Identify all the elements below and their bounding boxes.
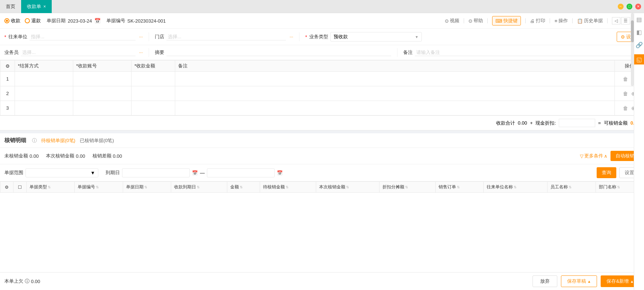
partner-input[interactable]	[30, 33, 136, 40]
notes-input[interactable]	[415, 49, 640, 56]
number-value: SK-20230324-001	[127, 18, 166, 24]
tab-close-icon[interactable]: ×	[43, 4, 46, 9]
calendar-from-icon[interactable]: 📅	[192, 170, 198, 176]
verify-table: ⚙ ☐ 单据类型⇅ 单据编号⇅ 单据日期⇅ 收款到期日⇅ 金额⇅ 待核销金额⇅ …	[0, 181, 644, 193]
divider-2	[487, 18, 488, 23]
range-field: 单据范围 ▼	[4, 168, 98, 177]
verify-section: 核销明细 ⓘ 待核销单据(0笔) 已核销单据(0笔) 未核销金额 0.00 本次…	[0, 133, 644, 272]
verify-header: 核销明细 ⓘ 待核销单据(0笔) 已核销单据(0笔)	[0, 133, 644, 148]
cell-amount-3[interactable]	[131, 101, 175, 115]
discount-input[interactable]	[559, 119, 595, 127]
cell-payment-2[interactable]	[15, 86, 73, 101]
save-new-dropdown-icon[interactable]: ▲	[630, 279, 634, 283]
scrollbar-thumb[interactable]	[631, 20, 634, 42]
cell-payment-1[interactable]	[15, 72, 73, 86]
sidebar-icon-link[interactable]: 🔗	[636, 42, 643, 48]
date-from-input[interactable]: 2022-04-01	[122, 168, 190, 177]
query-button[interactable]: 查询	[597, 167, 616, 178]
history-link[interactable]: 📋 历史单据	[577, 17, 603, 24]
sidebar-icon-panel[interactable]: ◧	[636, 29, 642, 36]
cell-amount-1[interactable]	[131, 72, 175, 86]
radio-receipt[interactable]: 收款	[4, 17, 20, 24]
sidebar-icon-table[interactable]: ▤	[636, 16, 642, 23]
sidebar-icon-expand[interactable]: ◱	[634, 54, 644, 64]
partner-more-icon[interactable]: ···	[139, 34, 143, 39]
staff-more-icon[interactable]: ···	[139, 50, 143, 55]
close-button[interactable]: ✕	[635, 4, 641, 9]
print-link[interactable]: 🖨 打印	[530, 17, 545, 24]
range-select[interactable]: ▼	[25, 168, 98, 177]
shortcut-link[interactable]: ⌨ 快捷键	[492, 16, 521, 26]
minimize-button[interactable]: −	[618, 4, 624, 9]
col-payment-header: *结算方式	[15, 60, 73, 72]
cell-payment-3[interactable]	[15, 101, 73, 115]
vcol-pending: 待核销金额⇅	[260, 182, 316, 193]
separator-3	[149, 48, 149, 57]
available-label: 可核销金额	[604, 120, 628, 126]
vcol-checkbox[interactable]: ☐	[13, 182, 27, 193]
cell-amount-2[interactable]	[131, 86, 175, 101]
table-row: 2 🗑 ⊕	[0, 86, 644, 101]
col-settings-header[interactable]: ⚙	[0, 60, 15, 72]
history-icon: 📋	[577, 18, 583, 24]
view-btn-1[interactable]: ◁	[612, 17, 620, 24]
separator-2	[299, 32, 299, 41]
tab-bar: 首页 收款单 × − □ ✕	[0, 0, 644, 13]
maximize-button[interactable]: □	[627, 4, 632, 9]
radio-refund[interactable]: 退款	[25, 17, 41, 24]
cell-account-1[interactable]	[73, 72, 131, 86]
radio-refund-dot	[25, 18, 30, 23]
separator-4	[397, 48, 397, 57]
cell-notes-1[interactable]	[175, 72, 615, 86]
radio-group: 收款 退款	[4, 17, 41, 24]
vcol-settings[interactable]: ⚙	[0, 182, 13, 193]
delete-icon-3[interactable]: 🗑	[623, 105, 628, 111]
stat-diff: 核销差额 0.00	[93, 153, 122, 159]
right-sidebar: ▤ ◧ 🔗 ◱	[634, 13, 644, 290]
main-content: 收款 退款 单据日期 2023-03-24 📅 单据编号 SK-20230324…	[0, 13, 644, 290]
business-type-select[interactable]: 预收款 ▼	[330, 32, 422, 42]
operation-link[interactable]: ≡ 操作	[554, 17, 568, 24]
save-draft-dropdown-icon[interactable]: ▲	[588, 279, 591, 283]
delete-icon-2[interactable]: 🗑	[623, 91, 628, 97]
summary-input[interactable]	[166, 49, 391, 56]
pending-tab[interactable]: 待核销单据(0笔)	[41, 137, 75, 144]
divider-1	[464, 18, 464, 23]
store-more-icon[interactable]: ···	[290, 34, 293, 39]
help-link[interactable]: ⊙ 帮助	[468, 17, 483, 24]
done-tab[interactable]: 已核销单据(0笔)	[80, 137, 114, 144]
video-icon: ⊙	[445, 18, 449, 24]
cell-account-3[interactable]	[73, 101, 131, 115]
verify-info-icon[interactable]: ⓘ	[32, 137, 37, 144]
filter-row: ▽ 更多条件 ∧ 自动核销	[580, 151, 640, 161]
vcol-due-date: 收款到期日⇅	[171, 182, 227, 193]
scrollbar[interactable]	[631, 13, 634, 86]
toolbar-actions: ⊙ 视频 ⊙ 帮助 ⌨ 快捷键 🖨 打印	[445, 16, 640, 26]
receipt-table: ⚙ *结算方式 *收款账号 *收款金额 备注	[0, 60, 644, 115]
stat-unchecked: 未核销金额 0.00	[4, 153, 39, 159]
calendar-to-icon[interactable]: 📅	[277, 170, 283, 176]
toolbar-row: 收款 退款 单据日期 2023-03-24 📅 单据编号 SK-20230324…	[0, 13, 644, 29]
discount-label: 现金折扣:	[535, 120, 556, 126]
vcol-doc-type: 单据类型⇅	[27, 182, 75, 193]
cell-account-2[interactable]	[73, 86, 131, 101]
calendar-icon[interactable]: 📅	[94, 18, 101, 24]
date-field-group: 单据日期 2023-03-24 📅	[47, 17, 101, 24]
bottom-bar: 本单上欠 ⓘ 0.00 放弃 保存草稿 ▲ 保存&新增 ▲	[0, 272, 644, 290]
cell-notes-3[interactable]	[175, 101, 615, 115]
video-link[interactable]: ⊙ 视频	[445, 17, 459, 24]
row-num-1: 1	[0, 72, 15, 86]
tab-home[interactable]: 首页	[0, 0, 21, 13]
store-input[interactable]	[166, 33, 286, 40]
tab-receipt[interactable]: 收款单 ×	[21, 0, 52, 13]
delete-icon-1[interactable]: 🗑	[623, 76, 628, 82]
abandon-button[interactable]: 放弃	[533, 275, 557, 287]
date-to-input[interactable]: 2022-04-12	[207, 168, 275, 177]
vcol-amount: 金额⇅	[227, 182, 260, 193]
more-conditions-link[interactable]: ▽ 更多条件 ∧	[580, 153, 608, 159]
cell-notes-2[interactable]	[175, 86, 615, 101]
row-num-2: 2	[0, 86, 15, 101]
view-btn-list[interactable]: ☰	[621, 17, 630, 24]
staff-input[interactable]	[21, 49, 136, 56]
save-draft-button[interactable]: 保存草稿 ▲	[561, 275, 597, 287]
